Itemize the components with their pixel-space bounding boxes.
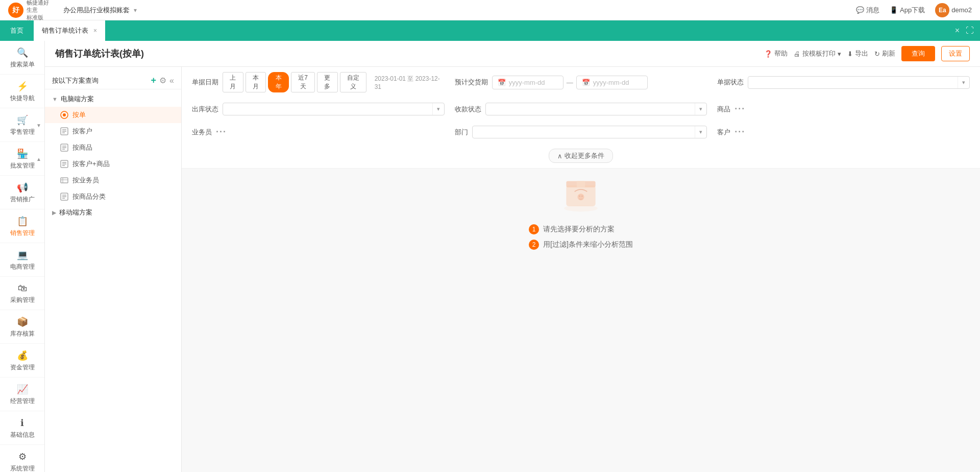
scheme-item-by-salesperson[interactable]: 按业务员 [45,172,181,188]
sidebar-item-quicknav[interactable]: ⚡ 快捷导航 [0,75,44,108]
maximize-button[interactable]: ⛶ [966,26,974,35]
date-7days-btn[interactable]: 近7天 [291,72,315,92]
scheme-item-by-customer[interactable]: 按客户 [45,123,181,139]
product-label: 商品 [717,105,730,114]
sidebar-item-ecommerce[interactable]: 💻 电商管理 [0,243,44,277]
svg-rect-14 [61,178,68,183]
refresh-button[interactable]: ↻ 刷新 [874,49,895,58]
scheme-mobile-group: ▶ 移动端方案 [45,205,181,220]
date-prev-month-btn[interactable]: 上月 [223,72,243,92]
status-filter-group: 单据状态 ▾ [717,76,970,89]
filter-area: 单据日期 上月 本月 本年 近7天 更多 自定义 2023-01-01 至 20… [182,67,980,472]
scheme-add-icon[interactable]: + [151,75,157,86]
date-shortcuts: 上月 本月 本年 近7天 更多 自定义 [223,72,366,92]
scheme-settings-icon[interactable]: ⚙ [159,76,166,85]
customer-more-btn[interactable]: ··· [734,127,745,137]
payment-select[interactable]: ▾ [485,103,707,115]
app-download-action[interactable]: 📱 App下载 [890,6,925,15]
empty-hints: 1 请先选择要分析的方案 2 用[过滤]条件来缩小分析范围 [529,224,633,250]
scheme-bycustomer-icon [60,127,68,135]
date-more-btn[interactable]: 更多 [317,72,338,92]
payment-dropdown-icon: ▾ [695,103,706,115]
query-button[interactable]: 查询 [901,46,935,61]
export-button[interactable]: ⬇ 导出 [847,49,868,58]
customer-label: 客户 [717,128,730,137]
user-menu[interactable]: Ea demo2 [935,3,972,17]
scheme-panel-header: 按以下方案查询 + ⚙ « [45,72,181,89]
salesperson-filter-group: 业务员 ··· [192,127,445,137]
breadcrumb-dropdown-icon[interactable]: ▾ [134,7,137,14]
outstatus-select[interactable]: ▾ [223,103,445,115]
salesperson-more-btn[interactable]: ··· [216,127,227,137]
expected-date-start[interactable]: 📅 yyyy-mm-dd [492,76,564,89]
empty-box-icon [555,169,606,215]
status-select[interactable]: ▾ [748,76,970,89]
sidebar-item-wholesale[interactable]: 🏪 批发管理 ▲ [0,142,44,176]
sidebar-item-purchase[interactable]: 🛍 采购管理 [0,277,44,310]
date-label: 单据日期 [192,78,218,87]
payment-filter-group: 收款状态 ▾ [455,103,707,115]
tab-home[interactable]: 首页 [0,20,34,41]
scheme-mobile-group-title[interactable]: ▶ 移动端方案 [45,205,181,220]
purchase-icon: 🛍 [18,283,27,294]
ecommerce-icon: 💻 [17,249,28,261]
department-select[interactable]: ▾ [472,126,707,138]
expected-date-range: 📅 yyyy-mm-dd — 📅 yyyy-mm-dd [492,76,707,89]
scheme-bycategory-icon [60,193,68,201]
scheme-header-icons: + ⚙ « [151,75,174,86]
inventory-icon: 📦 [17,316,28,327]
help-button[interactable]: ❓ 帮助 [764,49,788,58]
customer-filter-group: 客户 ··· [717,127,970,137]
hint-num-1: 1 [529,224,539,234]
settings-button[interactable]: 设置 [941,46,970,61]
message-icon: 💬 [856,6,864,14]
empty-hint-1: 1 请先选择要分析的方案 [529,224,633,234]
outstatus-dropdown-icon: ▾ [432,103,444,115]
date-custom-btn[interactable]: 自定义 [340,72,366,92]
date-this-month-btn[interactable]: 本月 [246,72,266,92]
finance-icon: 💰 [17,350,28,361]
search-icon: 🔍 [17,47,28,58]
retail-expand-icon: ▼ [36,122,41,128]
sidebar-item-system[interactable]: ⚙ 系统管理 [0,445,44,472]
scheme-item-by-product[interactable]: 按商品 [45,139,181,156]
tab-close-icon[interactable]: × [93,27,97,34]
scheme-item-by-category[interactable]: 按商品分类 [45,188,181,205]
print-button[interactable]: 🖨 按模板打印 ▾ [794,49,841,58]
page-title: 销售订单统计表(按单) [55,48,144,60]
scheme-collapse-icon[interactable]: « [169,76,174,85]
message-action[interactable]: 💬 消息 [856,6,879,15]
top-header: 好 畅捷通好生意 标准版 办公用品行业模拟账套 ▾ 💬 消息 📱 App下载 E… [0,0,980,20]
sidebar-item-basic[interactable]: ℹ 基础信息 [0,411,44,445]
tab-active[interactable]: 销售订单统计表 × [34,20,105,41]
refresh-icon: ↻ [874,50,880,58]
avatar: Ea [935,3,949,17]
breadcrumb: 办公用品行业模拟账套 [63,6,130,15]
empty-hint-2: 2 用[过滤]条件来缩小分析范围 [529,240,633,250]
sidebar-item-retail[interactable]: 🛒 零售管理 ▼ [0,108,44,142]
page-actions: ❓ 帮助 🖨 按模板打印 ▾ ⬇ 导出 ↻ 刷新 查询 设置 [764,46,970,61]
scheme-item-by-customer-product[interactable]: 按客户+商品 [45,156,181,172]
sidebar-item-sales[interactable]: 📋 销售管理 [0,209,44,243]
expected-date-label: 预计交货期 [455,78,488,87]
sidebar-item-finance[interactable]: 💰 资金管理 [0,344,44,377]
tab-bar: 首页 销售订单统计表 × × ⛶ [0,20,980,41]
sidebar-item-marketing[interactable]: 📢 营销推广 [0,176,44,209]
sidebar-item-search[interactable]: 🔍 搜索菜单 [0,41,44,75]
minimize-button[interactable]: × [955,26,960,35]
sidebar-item-operations[interactable]: 📈 经营管理 [0,377,44,411]
quicknav-icon: ⚡ [17,81,28,92]
date-this-year-btn[interactable]: 本年 [268,72,289,92]
logo-text: 畅捷通好生意 标准版 [27,0,53,21]
scheme-item-by-order[interactable]: 按单 [45,107,181,123]
scheme-byorder-icon [60,111,68,119]
product-more-btn[interactable]: ··· [734,104,745,114]
status-dropdown-icon: ▾ [958,77,969,88]
expected-date-end[interactable]: 📅 yyyy-mm-dd [576,76,648,89]
scheme-desktop-group-title[interactable]: ▼ 电脑端方案 [45,91,181,107]
logo-icon: 好 [8,3,23,18]
print-icon: 🖨 [794,50,800,58]
collapse-button[interactable]: ∧ 收起更多条件 [549,149,613,163]
date-filter-group: 单据日期 上月 本月 本年 近7天 更多 自定义 2023-01-01 至 20… [192,72,445,92]
sidebar-item-inventory[interactable]: 📦 库存核算 [0,310,44,344]
